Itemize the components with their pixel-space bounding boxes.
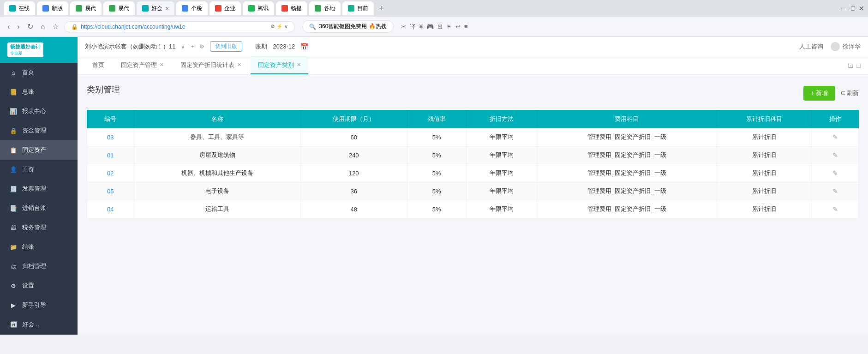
sidebar-item-ledger[interactable]: 📒 总账: [0, 82, 78, 102]
minimize-button[interactable]: —: [841, 5, 848, 12]
forward-button[interactable]: ›: [15, 21, 21, 33]
cell-code-3[interactable]: 05: [87, 182, 134, 200]
table-row: 01 房屋及建筑物 240 5% 年限平均 管理费用_固定资产折旧_一级 累计折…: [87, 146, 859, 164]
cell-name-0: 器具、工具、家具等: [134, 128, 300, 146]
search-icon: 🔍: [309, 24, 316, 30]
sidebar-item-report[interactable]: 📊 报表中心: [0, 102, 78, 121]
sidebar-item-fund[interactable]: 🔒 资金管理: [0, 121, 78, 140]
sidebar-item-settings[interactable]: ⚙ 设置: [0, 276, 78, 295]
browser-tab-7[interactable]: 腾讯: [243, 1, 274, 15]
page-tab-home[interactable]: 首页: [85, 56, 112, 74]
page-tab-depreciation[interactable]: 固定资产折旧统计表 ✕: [173, 56, 249, 74]
sidebar-item-archive[interactable]: 🗂 归档管理: [0, 257, 78, 276]
edit-button-2[interactable]: ✎: [832, 169, 838, 177]
account-settings-icon[interactable]: ⚙: [199, 43, 204, 50]
add-button[interactable]: + 新增: [803, 86, 835, 101]
browser-tab-0[interactable]: 在线: [4, 1, 35, 15]
page-tab-asset-mgmt-close[interactable]: ✕: [160, 62, 164, 68]
sidebar-item-close-account[interactable]: 📁 结账: [0, 237, 78, 257]
sidebar: 畅捷通好会计 专业版 ⌂ 首页 📒 总账 📊 报表中心 🔒 资金管理 📋 固定资…: [0, 37, 78, 335]
cell-method-4: 年限平均: [466, 200, 537, 218]
cell-accumulated-2: 累计折旧: [717, 164, 811, 182]
edit-button-1[interactable]: ✎: [832, 151, 838, 159]
cell-name-4: 运输工具: [134, 200, 300, 218]
sidebar-label-asset: 固定资产: [22, 146, 46, 154]
cell-expense-3: 管理费用_固定资产折旧_一级: [537, 182, 717, 200]
tab-window-actions: ⊡ □: [848, 62, 861, 69]
edit-button-4[interactable]: ✎: [832, 205, 838, 213]
account-dropdown-icon[interactable]: ∨: [181, 43, 185, 50]
refresh-button[interactable]: ↻: [25, 20, 35, 33]
close-window-button[interactable]: ✕: [859, 5, 864, 12]
extension-scissors[interactable]: ✂: [401, 23, 406, 30]
search-box[interactable]: 🔍 360智能抠图免费用 🔥热搜: [302, 20, 393, 33]
edit-button-0[interactable]: ✎: [832, 133, 838, 141]
new-tab-button[interactable]: +: [379, 4, 384, 13]
tab-label-8: 畅提: [291, 5, 302, 12]
extension-translate[interactable]: 译: [410, 23, 416, 31]
extension-undo[interactable]: ↩: [455, 23, 461, 30]
sidebar-item-invoice[interactable]: 🧾 发票管理: [0, 179, 78, 198]
sidebar-item-home[interactable]: ⌂ 首页: [0, 63, 78, 82]
cell-period-4: 48: [300, 200, 407, 218]
browser-tab-3[interactable]: 易代: [103, 1, 135, 15]
browser-tab-6[interactable]: 企业: [210, 1, 241, 15]
cell-action-4[interactable]: ✎: [812, 200, 859, 218]
page-tab-category-label: 固定资产类别: [258, 61, 294, 69]
sidebar-item-guide[interactable]: ▶ 新手引导: [0, 295, 78, 315]
cell-code-2[interactable]: 02: [87, 164, 134, 182]
browser-tab-5[interactable]: 个税: [176, 1, 208, 15]
tab-icon-1: [42, 5, 49, 12]
cell-action-3[interactable]: ✎: [812, 182, 859, 200]
extension-game[interactable]: 🎮: [426, 23, 434, 30]
page-tab-depreciation-close[interactable]: ✕: [237, 62, 241, 68]
avatar: [831, 42, 840, 51]
sidebar-label-guide: 新手引导: [22, 301, 46, 309]
browser-tab-4[interactable]: 好会 ✕: [137, 1, 174, 15]
extension-coin[interactable]: ¥: [419, 23, 423, 30]
sidebar-item-app[interactable]: 🅰 好会...: [0, 315, 78, 334]
extension-grid[interactable]: ⊞: [437, 23, 443, 30]
back-button[interactable]: ‹: [6, 21, 12, 33]
cell-code-4[interactable]: 04: [87, 200, 134, 218]
tab-maximize-icon[interactable]: □: [857, 62, 861, 69]
cell-code-1[interactable]: 01: [87, 146, 134, 164]
sidebar-item-trade[interactable]: 📑 进销台账: [0, 198, 78, 218]
cell-name-1: 房屋及建筑物: [134, 146, 300, 164]
calendar-icon[interactable]: 📅: [300, 43, 308, 50]
address-bar[interactable]: 🔒 https://cloud.chanjet.com/accounting/u…: [64, 21, 295, 32]
sidebar-item-asset[interactable]: 📋 固定资产: [0, 140, 78, 160]
home-button[interactable]: ⌂: [39, 21, 47, 33]
extension-brightness[interactable]: ☀: [446, 23, 452, 30]
browser-tab-2[interactable]: 易代: [70, 1, 102, 15]
edit-button-3[interactable]: ✎: [832, 187, 838, 195]
service-link[interactable]: 人工咨询: [799, 42, 823, 51]
page-tab-category-close[interactable]: ✕: [297, 62, 301, 68]
cell-action-1[interactable]: ✎: [812, 146, 859, 164]
sidebar-item-salary[interactable]: 👤 工资: [0, 160, 78, 179]
refresh-btn[interactable]: C 刷新: [841, 86, 859, 101]
switch-version-button[interactable]: 切到旧版: [210, 41, 242, 52]
browser-menu[interactable]: ≡: [464, 23, 468, 30]
table-row: 04 运输工具 48 5% 年限平均 管理费用_固定资产折旧_一级 累计折旧 ✎: [87, 200, 859, 218]
browser-tab-9[interactable]: 各地: [309, 1, 341, 15]
maximize-button[interactable]: □: [851, 5, 855, 12]
user-menu[interactable]: 徐泽华: [831, 42, 861, 51]
page-tab-asset-mgmt[interactable]: 固定资产管理 ✕: [114, 56, 171, 74]
browser-tab-close-4[interactable]: ✕: [165, 6, 169, 11]
browser-tab-10[interactable]: 目前: [342, 1, 374, 15]
cell-expense-4: 管理费用_固定资产折旧_一级: [537, 200, 717, 218]
page-tab-category[interactable]: 固定资产类别 ✕: [251, 56, 308, 74]
page-tab-home-label: 首页: [92, 61, 104, 69]
sidebar-item-tax[interactable]: 🏛 税务管理: [0, 218, 78, 237]
cell-action-0[interactable]: ✎: [812, 128, 859, 146]
cell-code-0[interactable]: 03: [87, 128, 134, 146]
cell-accumulated-1: 累计折旧: [717, 146, 811, 164]
tab-restore-icon[interactable]: ⊡: [848, 62, 853, 69]
browser-tab-8[interactable]: 畅提: [276, 1, 307, 15]
bookmark-button[interactable]: ☆: [50, 20, 60, 33]
cell-action-2[interactable]: ✎: [812, 164, 859, 182]
browser-tab-1[interactable]: 新版: [37, 1, 68, 15]
sidebar-logo: 畅捷通好会计 专业版: [0, 37, 78, 63]
account-add-icon[interactable]: +: [191, 43, 194, 50]
